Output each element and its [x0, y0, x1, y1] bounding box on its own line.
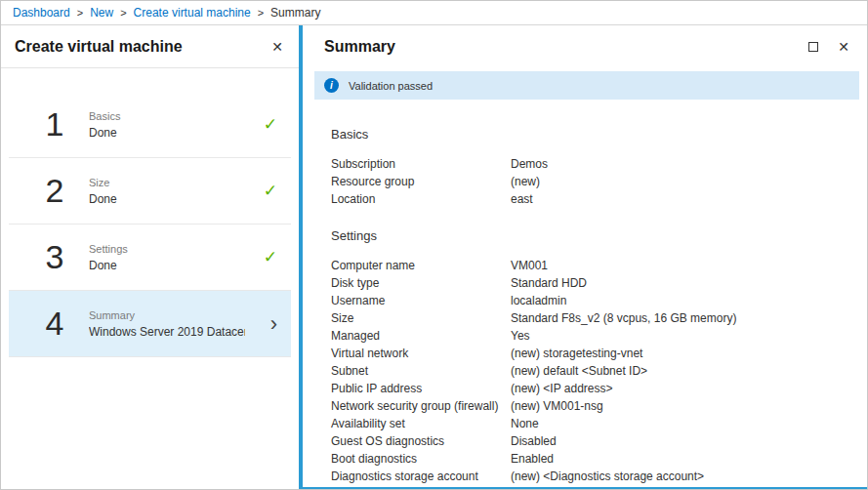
validation-message: Validation passed: [349, 80, 433, 92]
validation-banner: i Validation passed: [314, 71, 859, 100]
row-label: Location: [331, 190, 511, 208]
summary-row: Guest OS diagnostics Disabled: [331, 432, 851, 450]
step-status: Done: [89, 192, 117, 206]
check-icon: ✓: [264, 114, 277, 135]
breadcrumb-separator: >: [120, 7, 126, 19]
row-value: (new) storagetesting-vnet: [511, 345, 642, 362]
breadcrumb-summary-current: Summary: [270, 6, 320, 20]
close-icon[interactable]: ✕: [838, 40, 849, 54]
chevron-right-icon: ›: [270, 313, 277, 335]
row-label: Virtual network: [331, 345, 511, 362]
check-icon: ✓: [264, 247, 277, 267]
summary-row: Public IP address (new) <IP address>: [331, 380, 851, 397]
check-icon: ✓: [264, 181, 277, 201]
row-label: Username: [331, 292, 511, 309]
close-icon[interactable]: ✕: [271, 40, 283, 54]
row-value: (new) VM001-nsg: [511, 397, 603, 415]
summary-row: Size Standard F8s_v2 (8 vcpus, 16 GB mem…: [331, 309, 851, 327]
row-label: Subscription: [331, 155, 511, 173]
create-vm-blade-header: Create virtual machine ✕: [1, 25, 299, 68]
summary-row: Disk type Standard HDD: [331, 274, 851, 292]
breadcrumb-create-virtual-machine[interactable]: Create virtual machine: [134, 6, 251, 20]
summary-blade: Summary ✕ i Validation passed Basics Sub…: [303, 25, 867, 489]
step-label: Basics: [89, 110, 120, 122]
row-value: (new) default <Subnet ID>: [511, 362, 647, 380]
row-label: Computer name: [331, 257, 511, 274]
summary-row: Virtual network (new) storagetesting-vne…: [331, 345, 851, 362]
section-heading-basics: Basics: [331, 127, 851, 142]
summary-title: Summary: [324, 38, 808, 56]
summary-blade-header: Summary ✕: [303, 25, 867, 65]
row-label: Public IP address: [331, 380, 511, 397]
summary-row: Subnet (new) default <Subnet ID>: [331, 362, 851, 380]
row-value: (new) <IP address>: [511, 380, 613, 397]
step-status: Done: [89, 259, 128, 272]
step-vm-description: Windows Server 2019 Datacent...: [89, 325, 245, 339]
row-value: localadmin: [511, 292, 566, 309]
create-vm-title: Create virtual machine: [15, 38, 183, 56]
row-value: (new): [511, 173, 540, 190]
step-label: Summary: [89, 309, 245, 321]
row-label: Diagnostics storage account: [331, 468, 511, 485]
row-value: Standard F8s_v2 (8 vcpus, 16 GB memory): [511, 309, 736, 327]
summary-row: Subscription Demos: [331, 155, 851, 173]
breadcrumb-new[interactable]: New: [90, 6, 113, 20]
step-number: 4: [40, 305, 69, 343]
row-label: Size: [331, 309, 511, 327]
step-status: Done: [89, 126, 120, 140]
row-label: Disk type: [331, 274, 511, 292]
step-settings[interactable]: 3 Settings Done ✓: [9, 225, 291, 291]
row-value: Enabled: [511, 450, 554, 468]
row-value: (new) <Diagnostics storage account>: [511, 468, 704, 485]
row-label: Guest OS diagnostics: [331, 432, 511, 450]
summary-content: Basics Subscription Demos Resource group…: [303, 100, 867, 487]
row-label: Boot diagnostics: [331, 450, 511, 468]
row-label: Managed: [331, 327, 511, 345]
breadcrumb-separator: >: [258, 7, 264, 19]
row-label: Subnet: [331, 362, 511, 380]
summary-row: Network security group (firewall) (new) …: [331, 397, 851, 415]
wizard-steps: 1 Basics Done ✓ 2 Size Done ✓: [1, 68, 299, 357]
breadcrumb-separator: >: [77, 7, 83, 19]
breadcrumb: Dashboard > New > Create virtual machine…: [1, 1, 867, 25]
info-icon: i: [324, 78, 339, 93]
summary-row: Username localadmin: [331, 292, 851, 309]
step-summary[interactable]: 4 Summary Windows Server 2019 Datacent..…: [9, 291, 291, 357]
breadcrumb-dashboard[interactable]: Dashboard: [13, 6, 70, 20]
row-value: east: [511, 190, 533, 208]
step-label: Size: [89, 177, 117, 188]
row-value: VM001: [511, 257, 548, 274]
step-basics[interactable]: 1 Basics Done ✓: [9, 92, 291, 158]
summary-row: Resource group (new): [331, 173, 851, 190]
summary-row: Managed Yes: [331, 327, 851, 345]
row-value: Yes: [511, 327, 530, 345]
step-number: 3: [40, 238, 69, 276]
row-value: Demos: [511, 155, 548, 173]
step-number: 1: [40, 105, 69, 143]
summary-row: Computer name VM001: [331, 257, 851, 274]
row-label: Availability set: [331, 415, 511, 432]
summary-row: Location east: [331, 190, 851, 208]
section-heading-settings: Settings: [331, 228, 851, 243]
summary-row: Availability set None: [331, 415, 851, 432]
row-value: Disabled: [511, 432, 557, 450]
maximize-icon[interactable]: [808, 42, 818, 52]
step-label: Settings: [89, 243, 128, 255]
create-vm-blade: Create virtual machine ✕ 1 Basics Done ✓…: [1, 25, 299, 489]
row-label: Resource group: [331, 173, 511, 190]
step-number: 2: [40, 172, 69, 210]
azure-portal-window: Dashboard > New > Create virtual machine…: [0, 0, 868, 490]
step-size[interactable]: 2 Size Done ✓: [9, 158, 291, 225]
row-value: Standard HDD: [511, 274, 587, 292]
row-label: Network security group (firewall): [331, 397, 511, 415]
summary-row: Diagnostics storage account (new) <Diagn…: [331, 468, 851, 485]
row-value: None: [511, 415, 539, 432]
summary-row: Boot diagnostics Enabled: [331, 450, 851, 468]
